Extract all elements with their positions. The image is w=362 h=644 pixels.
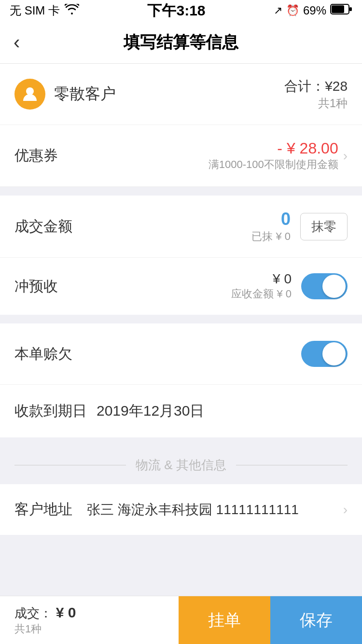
deal-amount: ¥ 0	[56, 604, 76, 620]
duedate-value: 2019年12月30日	[97, 401, 204, 421]
transaction-amount-row: 成交金额 0 已抹 ¥ 0 抹零	[0, 196, 362, 258]
amount-section: 成交金额 0 已抹 ¥ 0 抹零 冲预收 ¥ 0 应收金额 ¥ 0	[0, 196, 362, 315]
prepay-value-container: ¥ 0 应收金额 ¥ 0	[231, 271, 292, 301]
address-value: 张三 海淀永丰科技园 11111111111	[87, 501, 338, 519]
logistics-label: 物流 & 其他信息	[126, 457, 236, 474]
person-icon	[21, 85, 39, 103]
coupon-detail: - ¥ 28.00 满1000-100不限制使用金额	[209, 140, 338, 172]
logistics-divider: 物流 & 其他信息	[0, 446, 362, 484]
round-button[interactable]: 抹零	[300, 213, 348, 240]
address-label: 客户地址	[14, 500, 72, 519]
transaction-label: 成交金额	[14, 217, 72, 237]
coupon-discount: - ¥ 28.00	[209, 140, 338, 157]
address-section[interactable]: 客户地址 张三 海淀永丰科技园 11111111111 ›	[0, 484, 362, 535]
amount-value-container: 0 已抹 ¥ 0	[251, 209, 291, 244]
status-left: 无 SIM 卡	[10, 3, 79, 18]
amount-value: 0	[251, 209, 291, 229]
coupon-row[interactable]: 优惠券 - ¥ 28.00 满1000-100不限制使用金额 ›	[0, 125, 362, 187]
deal-label: 成交：	[14, 606, 52, 620]
prepay-row: 冲预收 ¥ 0 应收金额 ¥ 0	[0, 258, 362, 315]
status-time: 下午3:18	[147, 1, 205, 21]
save-button[interactable]: 保存	[270, 596, 362, 644]
carrier-text: 无 SIM 卡	[10, 3, 60, 18]
wifi-icon	[65, 4, 79, 17]
bottom-bar: 成交： ¥ 0 共1种 挂单 保存	[0, 596, 362, 644]
status-right: ↗ ⏰ 69%	[274, 4, 352, 17]
coupon-right: - ¥ 28.00 满1000-100不限制使用金额 ›	[209, 140, 348, 172]
customer-total: 合计：¥28 共1种	[284, 77, 348, 111]
avatar	[14, 79, 45, 110]
debt-label: 本单赊欠	[14, 344, 72, 364]
divider-right	[236, 465, 348, 465]
debt-row: 本单赊欠	[0, 323, 362, 385]
duedate-label: 收款到期日	[14, 401, 87, 421]
prepay-right: ¥ 0 应收金额 ¥ 0	[231, 271, 348, 301]
status-bar: 无 SIM 卡 下午3:18 ↗ ⏰ 69%	[0, 0, 362, 21]
pending-button[interactable]: 挂单	[179, 596, 270, 644]
duedate-row: 收款到期日 2019年12月30日	[0, 385, 362, 437]
amount-sub: 已抹 ¥ 0	[251, 229, 291, 244]
prepay-toggle[interactable]	[301, 273, 348, 299]
customer-row: 零散客户 合计：¥28 共1种	[0, 64, 362, 125]
bottom-count: 共1种	[14, 622, 164, 636]
toggle-knob	[322, 275, 346, 298]
prepay-sub: 应收金额 ¥ 0	[231, 287, 292, 301]
battery-icon	[330, 4, 352, 17]
bottom-summary: 成交： ¥ 0 共1种	[0, 604, 179, 636]
svg-rect-1	[332, 5, 344, 13]
back-button[interactable]: ‹	[14, 31, 20, 53]
address-row[interactable]: 客户地址 张三 海淀永丰科技园 11111111111 ›	[0, 484, 362, 535]
battery-text: 69%	[303, 4, 326, 17]
customer-name: 零散客户	[54, 84, 116, 105]
svg-rect-2	[349, 7, 352, 11]
divider-left	[14, 465, 126, 465]
coupon-label: 优惠券	[14, 146, 58, 166]
debt-toggle[interactable]	[301, 341, 348, 367]
debt-section: 本单赊欠 收款到期日 2019年12月30日	[0, 323, 362, 437]
prepay-amount: ¥ 0	[231, 271, 292, 287]
total-amount: 合计：¥28	[284, 77, 348, 96]
svg-point-3	[26, 87, 34, 95]
prepay-label: 冲预收	[14, 277, 58, 296]
location-icon: ↗	[274, 4, 282, 17]
total-count: 共1种	[284, 96, 348, 111]
debt-toggle-knob	[322, 342, 346, 365]
content-area: 零散客户 合计：¥28 共1种 优惠券 - ¥ 28.00 满1000-100不…	[0, 64, 362, 602]
address-chevron-icon: ›	[343, 502, 348, 518]
customer-info: 零散客户	[14, 79, 116, 110]
alarm-icon: ⏰	[286, 4, 299, 17]
customer-card: 零散客户 合计：¥28 共1种 优惠券 - ¥ 28.00 满1000-100不…	[0, 64, 362, 187]
nav-bar: ‹ 填写结算等信息	[0, 21, 362, 64]
page-title: 填写结算等信息	[124, 31, 238, 54]
bottom-deal-line: 成交： ¥ 0	[14, 604, 164, 622]
amount-right: 0 已抹 ¥ 0 抹零	[251, 209, 348, 244]
chevron-right-icon: ›	[343, 148, 348, 164]
coupon-desc: 满1000-100不限制使用金额	[209, 157, 338, 172]
